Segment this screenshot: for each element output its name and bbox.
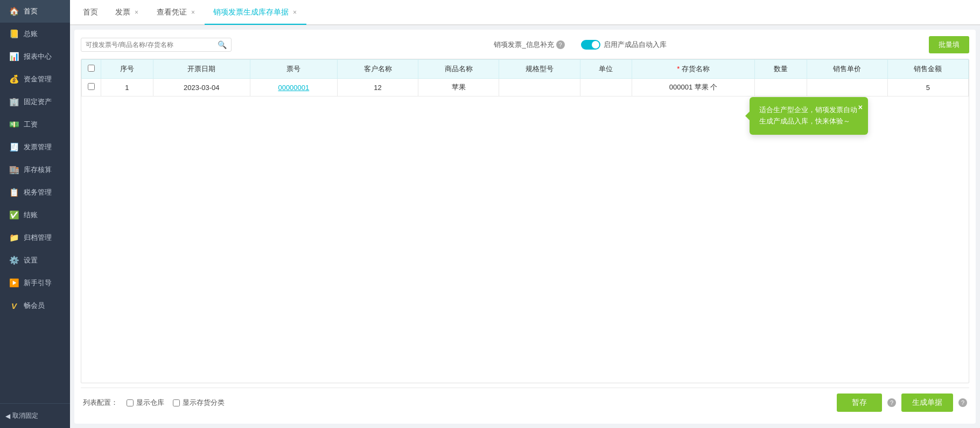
tax-icon: 📋 [9,188,19,197]
archive-icon: 📁 [9,233,19,243]
th-seq: 序号 [101,60,153,79]
sidebar-item-label: 归档管理 [24,233,52,243]
th-product: 商品名称 [418,60,499,79]
sidebar-item-home[interactable]: 🏠 首页 [0,0,70,23]
row-unit [580,79,632,96]
tab-bar: 首页 发票 × 查看凭证 × 销项发票生成库存单据 × [70,0,980,25]
show-category-label[interactable]: 显示存货分类 [173,398,225,408]
select-all-checkbox[interactable] [88,65,95,72]
toggle-label: 启用产成品自动入库 [604,40,667,50]
sidebar-item-label: 新手引导 [24,278,52,288]
tab-voucher-close[interactable]: × [190,8,196,17]
tab-generate-stock-label: 销项发票生成库存单据 [213,8,289,17]
search-input-wrap: 🔍 [81,38,232,52]
row-inventory[interactable]: 000001 苹果 个 [632,79,755,96]
undo-fixed-button[interactable]: ◀ 取消固定 [0,408,70,424]
guide-icon: ▶️ [9,278,19,288]
tab-generate-stock-close[interactable]: × [292,8,298,17]
sidebar-item-fixed-assets[interactable]: 🏢 固定资产 [0,91,70,113]
tab-home-label: 首页 [83,8,98,17]
sidebar-item-reports[interactable]: 📊 报表中心 [0,45,70,68]
generate-help-icon[interactable]: ? [958,398,967,407]
content-area: 🔍 销项发票_信息补充 ? 启用产成品自动入库 批量填 [74,30,976,424]
show-category-checkbox[interactable] [173,399,180,406]
undo-icon: ◀ [5,412,10,420]
sidebar-item-guide[interactable]: ▶️ 新手引导 [0,272,70,294]
info-label-text: 销项发票_信息补充 [494,40,554,50]
search-input[interactable] [86,41,218,49]
row-checkbox-cell [82,79,101,96]
undo-fixed-label: 取消固定 [12,411,38,420]
bottom-bar: 列表配置： 显示仓库 显示存货分类 暂存 ? 生成单据 ? [81,388,969,417]
show-warehouse-label[interactable]: 显示仓库 [127,398,164,408]
sidebar-item-invoice-mgmt[interactable]: 🧾 发票管理 [0,136,70,158]
th-inventory: * 存货名称 [632,60,755,79]
th-qty: 数量 [754,60,807,79]
row-price [807,79,887,96]
th-checkbox [82,60,101,79]
invoice-mgmt-icon: 🧾 [9,142,19,152]
sidebar-item-settings[interactable]: ⚙️ 设置 [0,249,70,272]
sidebar-item-funds[interactable]: 💰 资金管理 [0,68,70,91]
row-seq: 1 [101,79,153,96]
sidebar-item-ledger[interactable]: 📒 总账 [0,23,70,45]
save-button[interactable]: 暂存 [837,394,882,412]
search-icon[interactable]: 🔍 [218,40,227,49]
show-category-text: 显示存货分类 [183,398,225,408]
fixed-assets-icon: 🏢 [9,97,19,107]
sidebar-item-label: 结账 [24,210,38,220]
sidebar-item-inventory[interactable]: 🏬 库存核算 [0,158,70,181]
th-date: 开票日期 [153,60,250,79]
tooltip-close-button[interactable]: × [858,101,863,113]
row-ticket-no: 00000001 [250,79,337,96]
sidebar: 🏠 首页 📒 总账 📊 报表中心 💰 资金管理 🏢 固定资产 💵 工资 🧾 发票… [0,0,70,428]
row-checkbox[interactable] [88,83,95,90]
sidebar-item-label: 资金管理 [24,74,52,84]
bottom-actions: 暂存 ? 生成单据 ? [837,394,967,412]
sidebar-item-closing[interactable]: ✅ 结账 [0,204,70,226]
th-ticket-no: 票号 [250,60,337,79]
show-warehouse-text: 显示仓库 [136,398,164,408]
row-amount: 5 [887,79,968,96]
generate-button[interactable]: 生成单据 [901,394,953,412]
th-customer: 客户名称 [337,60,418,79]
tab-voucher[interactable]: 查看凭证 × [148,1,205,25]
inventory-icon: 🏬 [9,165,19,175]
tab-generate-stock[interactable]: 销项发票生成库存单据 × [205,1,306,25]
tab-voucher-label: 查看凭证 [157,8,187,17]
tab-invoice-close[interactable]: × [134,8,139,17]
th-spec: 规格型号 [499,60,580,79]
sidebar-item-label: 库存核算 [24,165,52,175]
table-row: 1 2023-03-04 00000001 12 苹果 000001 苹果 个 … [82,79,969,96]
sidebar-item-archive[interactable]: 📁 归档管理 [0,226,70,249]
auto-warehouse-toggle[interactable] [581,40,600,50]
save-help-icon[interactable]: ? [887,398,896,407]
sidebar-item-member[interactable]: V 畅会员 [0,294,70,317]
toolbar-row: 🔍 销项发票_信息补充 ? 启用产成品自动入库 批量填 [81,36,969,53]
tab-invoice-label: 发票 [115,8,130,17]
data-table: 序号 开票日期 票号 客户名称 商品名称 规格型号 单位 * 存货名称 数量 销… [81,59,969,96]
tooltip-text: 适合生产型企业，销项发票自动生成产成品入库，快来体验～ [759,106,857,125]
home-icon: 🏠 [9,6,19,16]
sidebar-item-label: 工资 [24,120,38,129]
toggle-knob [592,41,599,49]
row-product: 苹果 [418,79,499,96]
main-area: 首页 发票 × 查看凭证 × 销项发票生成库存单据 × 🔍 销项发票_信息补充 … [70,0,980,428]
sidebar-item-salary[interactable]: 💵 工资 [0,113,70,136]
closing-icon: ✅ [9,210,19,220]
row-date: 2023-03-04 [153,79,250,96]
ticket-no-link[interactable]: 00000001 [278,84,309,92]
toggle-wrap: 启用产成品自动入库 [581,40,667,50]
show-warehouse-checkbox[interactable] [127,399,134,406]
info-label-wrap: 销项发票_信息补充 ? [494,40,564,50]
info-icon[interactable]: ? [556,40,565,49]
sidebar-item-label: 首页 [24,6,38,16]
salary-icon: 💵 [9,120,19,129]
sidebar-item-label: 总账 [24,29,38,39]
batch-fill-button[interactable]: 批量填 [929,36,969,53]
list-config-label: 列表配置： [83,398,118,408]
sidebar-item-tax[interactable]: 📋 税务管理 [0,181,70,204]
reports-icon: 📊 [9,52,19,61]
tab-invoice[interactable]: 发票 × [107,1,148,25]
tab-home[interactable]: 首页 [74,1,107,25]
